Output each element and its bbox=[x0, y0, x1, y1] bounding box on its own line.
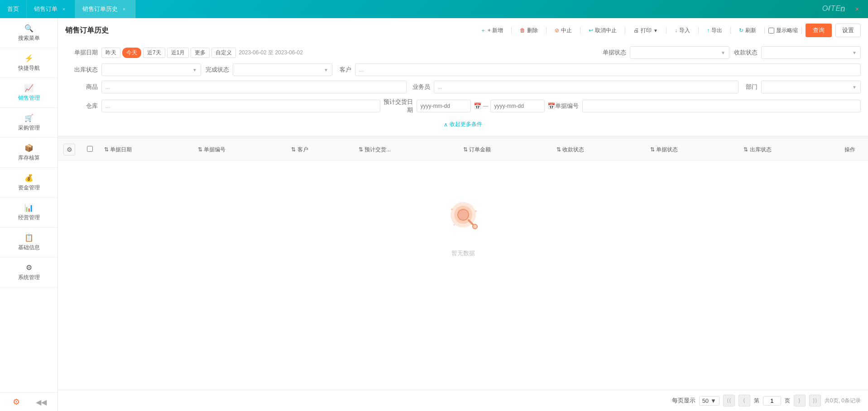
receive-status-select[interactable]: ▼ bbox=[761, 46, 861, 59]
divider-6 bbox=[698, 27, 699, 34]
export-button[interactable]: ↑ 导出 bbox=[702, 25, 727, 36]
col-outbound-status: ⇅ 出库状态 bbox=[738, 139, 832, 160]
sidebar-collapse-icon[interactable]: ◀◀ bbox=[36, 396, 47, 407]
col-customer: ⇅ 客户 bbox=[286, 139, 353, 160]
warehouse-input[interactable]: ... bbox=[101, 100, 380, 112]
display-columns-checkbox[interactable] bbox=[768, 28, 774, 34]
refresh-button[interactable]: ↻ 刷新 bbox=[734, 25, 761, 36]
new-button[interactable]: ＋ + 新增 bbox=[476, 25, 508, 36]
date-btn-more[interactable]: 更多 bbox=[191, 48, 210, 58]
col-outbound-status-label: ⇅ 出库状态 bbox=[743, 146, 771, 153]
salesman-input[interactable]: ... bbox=[434, 81, 739, 93]
page-size-arrow: ▼ bbox=[710, 397, 716, 404]
sales-mgmt-icon: 📈 bbox=[24, 83, 34, 92]
sidebar-item-purchase-mgmt[interactable]: 🛒 采购管理 bbox=[0, 108, 58, 138]
col-order-no-label: ⇅ 单据编号 bbox=[198, 146, 225, 153]
expected-delivery-to[interactable] bbox=[490, 100, 545, 112]
sidebar-item-quick-nav[interactable]: ⚡ 快捷导航 bbox=[0, 48, 58, 78]
completion-status-select[interactable]: ▼ bbox=[233, 63, 332, 76]
search-button[interactable]: 查询 bbox=[806, 24, 832, 37]
warehouse-label: 仓库 bbox=[65, 102, 101, 110]
sidebar-item-purchase-mgmt-label: 采购管理 bbox=[18, 124, 40, 132]
select-all-checkbox[interactable] bbox=[87, 146, 93, 152]
next-page-button[interactable]: ⟩ bbox=[794, 395, 806, 406]
tab-sales-order[interactable]: 销售订单 × bbox=[27, 0, 75, 18]
refresh-icon: ↻ bbox=[739, 27, 743, 34]
sidebar-settings-icon[interactable]: ⚙ bbox=[11, 396, 22, 407]
import-button[interactable]: ↓ 导入 bbox=[670, 25, 695, 36]
receive-status-label: 收款状态 bbox=[729, 48, 761, 57]
print-button[interactable]: 🖨 打印 ▼ bbox=[629, 25, 662, 36]
first-page-button[interactable]: ⟨⟨ bbox=[723, 395, 735, 406]
sidebar-item-sys-mgmt[interactable]: ⚙ 系统管理 bbox=[0, 257, 58, 287]
sidebar-item-inventory[interactable]: 📦 库存核算 bbox=[0, 138, 58, 168]
customer-label: 客户 bbox=[332, 66, 355, 74]
display-columns-label: 显示略缩 bbox=[776, 27, 798, 34]
tab-bar: 首页 销售订单 × 销售订单历史 × bbox=[0, 0, 817, 18]
import-icon: ↓ bbox=[675, 27, 677, 34]
expected-delivery-from[interactable] bbox=[417, 100, 471, 112]
date-btn-today[interactable]: 今天 bbox=[122, 48, 141, 58]
collapse-bar[interactable]: ∧ 收起更多条件 bbox=[65, 119, 861, 130]
tab-home[interactable]: 首页 bbox=[0, 0, 27, 18]
order-status-select[interactable]: ▼ bbox=[630, 46, 729, 59]
col-customer-label: ⇅ 客户 bbox=[291, 146, 308, 153]
svg-point-4 bbox=[473, 224, 477, 229]
completion-status-label: 完成状态 bbox=[201, 66, 233, 74]
date-btn-custom[interactable]: 自定义 bbox=[211, 48, 236, 58]
stop-button[interactable]: ⊘ 中止 bbox=[550, 25, 576, 36]
calendar-icon-from[interactable]: 📅 bbox=[474, 102, 481, 110]
last-page-button[interactable]: ⟩⟩ bbox=[809, 395, 821, 406]
delete-label: 删除 bbox=[527, 27, 538, 34]
date-filter-label: 单据日期 bbox=[65, 48, 101, 57]
pagination-bar: 每页显示 50 ▼ ⟨⟨ ⟨ 第 页 ⟩ ⟩⟩ 共0页, 0条记录 bbox=[58, 390, 868, 411]
tab-sales-order-close[interactable]: × bbox=[60, 5, 67, 13]
collapse-arrow: ∧ bbox=[444, 121, 448, 128]
product-input[interactable]: ... bbox=[101, 81, 407, 93]
sidebar-item-operations[interactable]: 📊 经营管理 bbox=[0, 198, 58, 227]
cancel-stop-label: 取消中止 bbox=[595, 27, 617, 34]
col-expected-delivery: ⇅ 预计交货... bbox=[353, 139, 458, 160]
customer-input[interactable]: ... bbox=[355, 63, 861, 76]
settings-button[interactable]: 设置 bbox=[835, 24, 861, 37]
divider-3 bbox=[580, 27, 580, 34]
export-icon: ↑ bbox=[707, 27, 710, 34]
svg-point-7 bbox=[453, 224, 455, 226]
department-select[interactable]: ▼ bbox=[761, 81, 861, 93]
tab-home-label: 首页 bbox=[7, 5, 19, 13]
tab-sales-order-history-close[interactable]: × bbox=[120, 5, 128, 13]
page-number-input[interactable] bbox=[763, 396, 781, 406]
page-size-value: 50 bbox=[702, 397, 709, 404]
sidebar-item-sales-mgmt[interactable]: 📈 销售管理 bbox=[0, 78, 58, 108]
divider-8 bbox=[764, 27, 765, 34]
search-menu-icon: 🔍 bbox=[24, 24, 34, 33]
import-label: 导入 bbox=[679, 27, 690, 34]
base-info-icon: 📋 bbox=[24, 233, 34, 242]
page-title: 销售订单历史 bbox=[65, 26, 109, 35]
cancel-stop-button[interactable]: ↩ 取消中止 bbox=[584, 25, 621, 36]
col-gear: ⚙ bbox=[58, 139, 81, 160]
display-columns-toggle[interactable]: 显示略缩 bbox=[768, 27, 798, 34]
divider-2 bbox=[546, 27, 547, 34]
date-btn-yesterday[interactable]: 昨天 bbox=[101, 48, 120, 58]
outbound-status-select[interactable]: ▼ bbox=[101, 63, 201, 76]
sidebar-item-finance[interactable]: 💰 资金管理 bbox=[0, 168, 58, 198]
sidebar-item-base-info[interactable]: 📋 基础信息 bbox=[0, 227, 58, 257]
date-btn-7days[interactable]: 近7天 bbox=[143, 48, 165, 58]
operations-icon: 📊 bbox=[24, 203, 34, 212]
col-expected-delivery-label: ⇅ 预计交货... bbox=[359, 146, 391, 153]
delete-button[interactable]: 🗑 删除 bbox=[515, 25, 542, 36]
stop-label: 中止 bbox=[561, 27, 572, 34]
order-no-input[interactable] bbox=[582, 100, 861, 112]
date-btn-1month[interactable]: 近1月 bbox=[167, 48, 189, 58]
sidebar-item-search-menu[interactable]: 🔍 搜索菜单 bbox=[0, 18, 58, 48]
prev-page-button[interactable]: ⟨ bbox=[739, 395, 750, 406]
filter-row-1: 单据日期 昨天 今天 近7天 近1月 更多 自定义 2023-06-02 至 2… bbox=[65, 46, 861, 59]
svg-point-2 bbox=[458, 209, 469, 220]
close-button[interactable]: × bbox=[852, 4, 863, 15]
cancel-stop-icon: ↩ bbox=[589, 27, 593, 34]
gear-button[interactable]: ⚙ bbox=[63, 144, 75, 155]
calendar-icon-to[interactable]: 📅 bbox=[547, 102, 555, 110]
tab-sales-order-history[interactable]: 销售订单历史 × bbox=[75, 0, 135, 18]
page-size-select[interactable]: 50 ▼ bbox=[699, 396, 719, 406]
